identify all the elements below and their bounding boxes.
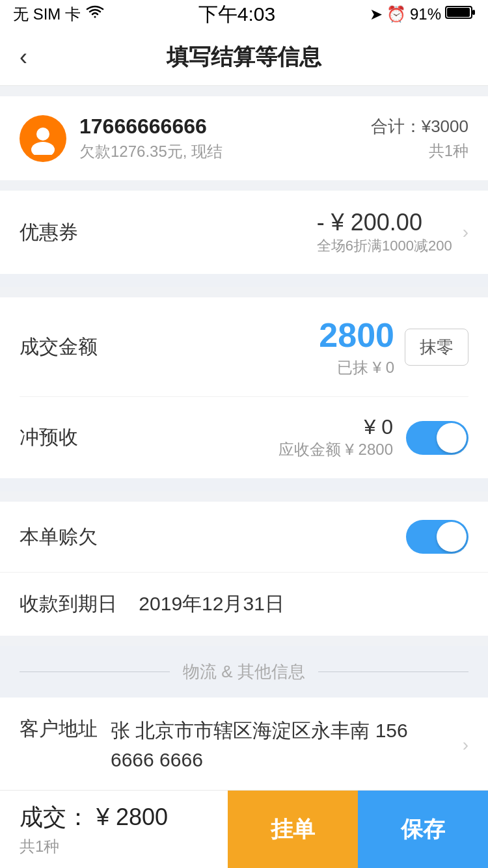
coupon-row[interactable]: 优惠券 - ¥ 200.00 全场6折满1000减200 ›: [0, 191, 488, 274]
customer-left: 17666666666 欠款1276.35元, 现结: [20, 115, 223, 162]
hang-button[interactable]: 挂单: [228, 791, 358, 869]
svg-rect-1: [447, 8, 470, 17]
deal-sub: 已抹 ¥ 0: [319, 357, 394, 378]
sep-line-left: [20, 671, 170, 672]
status-bar: 无 SIM 卡 下午4:03 ➤ ⏰ 91%: [0, 0, 488, 29]
due-date-row: 收款到期日 2019年12月31日: [0, 572, 488, 636]
customer-info: 17666666666 欠款1276.35元, 现结: [79, 115, 223, 162]
content: 17666666666 欠款1276.35元, 现结 合计：¥3000 共1种 …: [0, 96, 488, 868]
bottom-bar: 成交： ¥ 2800 共1种 挂单 保存: [0, 790, 488, 868]
coupon-desc: 全场6折满1000减200: [317, 236, 452, 256]
wifi-icon: [86, 5, 104, 23]
svg-rect-2: [472, 10, 475, 15]
amount-section: 成交金额 2800 已抹 ¥ 0 抹零 冲预收 ¥ 0 应收金额 ¥ 2800: [0, 297, 488, 478]
back-button[interactable]: ‹: [20, 44, 59, 71]
bottom-deal-label: 成交：: [20, 804, 90, 830]
round-button[interactable]: 抹零: [405, 329, 468, 366]
address-row[interactable]: 客户地址 张 北京市市辖区海淀区永丰南 156 6666 6666 ›: [0, 698, 488, 793]
precharge-amount: ¥ 0: [364, 415, 393, 439]
deal-value: 2800: [319, 316, 394, 355]
bottom-amount: 成交： ¥ 2800: [20, 802, 208, 834]
avatar: [20, 115, 66, 162]
sep-line-right: [318, 671, 468, 672]
deal-amount-row: 成交金额 2800 已抹 ¥ 0 抹零: [20, 297, 468, 397]
address-value: 张 北京市市辖区海淀区永丰南 156 6666 6666: [111, 716, 456, 774]
battery-level: 91%: [410, 5, 441, 23]
toggle-knob: [437, 423, 467, 453]
address-label: 客户地址: [20, 716, 98, 742]
logistics-label: 物流 & 其他信息: [183, 660, 305, 683]
svg-point-4: [31, 142, 55, 155]
logistics-separator: 物流 & 其他信息: [0, 646, 488, 698]
debt-row: 本单赊欠: [0, 502, 488, 572]
sim-status: 无 SIM 卡: [13, 4, 81, 25]
coupon-info: - ¥ 200.00 全场6折满1000减200: [317, 209, 452, 256]
precharge-label: 冲预收: [20, 424, 78, 451]
debt-label: 本单赊欠: [20, 524, 98, 550]
precharge-values: ¥ 0 应收金额 ¥ 2800: [278, 415, 393, 460]
customer-right: 合计：¥3000 共1种: [371, 115, 468, 161]
location-icon: ➤: [370, 5, 383, 23]
debt-toggle[interactable]: [406, 520, 468, 554]
section-divider-2: [0, 478, 488, 491]
precharge-right: ¥ 0 应收金额 ¥ 2800: [278, 415, 468, 460]
precharge-row: 冲预收 ¥ 0 应收金额 ¥ 2800: [20, 397, 468, 478]
save-button[interactable]: 保存: [358, 791, 488, 869]
status-time: 下午4:03: [198, 1, 275, 28]
precharge-toggle[interactable]: [406, 421, 468, 455]
status-left: 无 SIM 卡: [13, 4, 104, 25]
page-title: 填写结算等信息: [59, 42, 429, 72]
chevron-right-icon: ›: [463, 222, 468, 243]
svg-point-3: [36, 128, 49, 141]
deal-label: 成交金额: [20, 334, 98, 360]
customer-phone: 17666666666: [79, 115, 223, 139]
total-label: 合计：¥3000: [371, 115, 468, 138]
status-right: ➤ ⏰ 91%: [370, 5, 475, 24]
customer-subtext: 欠款1276.35元, 现结: [79, 141, 223, 162]
bottom-count: 共1种: [20, 836, 208, 857]
precharge-sub: 应收金额 ¥ 2800: [278, 439, 393, 460]
nav-bar: ‹ 填写结算等信息: [0, 29, 488, 86]
coupon-discount: - ¥ 200.00: [317, 209, 452, 236]
due-date-value: 2019年12月31日: [139, 593, 284, 614]
total-count: 共1种: [371, 141, 468, 161]
deal-right: 2800 已抹 ¥ 0 抹零: [319, 316, 468, 378]
bottom-deal-amount: ¥ 2800: [96, 804, 168, 830]
customer-card: 17666666666 欠款1276.35元, 现结 合计：¥3000 共1种: [0, 96, 488, 180]
coupon-right: - ¥ 200.00 全场6折满1000减200 ›: [317, 209, 468, 256]
section-divider-1: [0, 274, 488, 287]
deal-value-group: 2800 已抹 ¥ 0: [319, 316, 394, 378]
due-date-label: 收款到期日 2019年12月31日: [20, 593, 284, 614]
address-chevron-icon: ›: [463, 735, 468, 755]
bottom-summary: 成交： ¥ 2800 共1种: [0, 802, 228, 857]
debt-toggle-knob: [437, 522, 467, 552]
battery-icon: [445, 5, 475, 24]
coupon-label: 优惠券: [20, 219, 78, 246]
alarm-icon: ⏰: [386, 5, 406, 23]
